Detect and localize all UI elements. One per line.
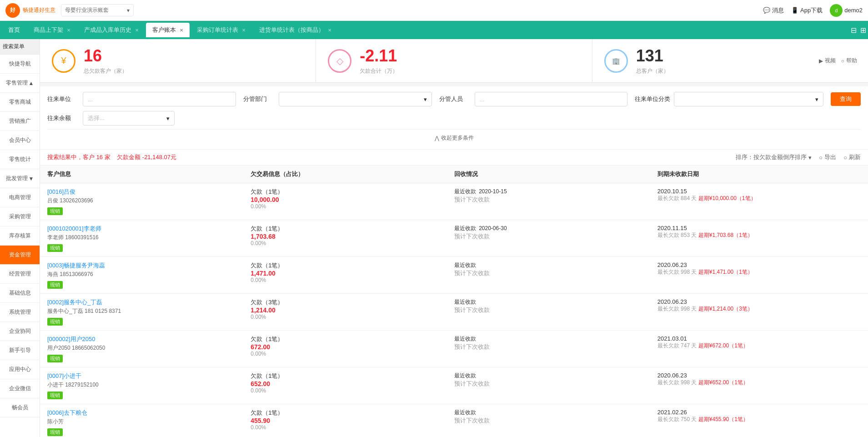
- customer-phone: 李老师 18600391516: [47, 234, 251, 241]
- minimize-button[interactable]: ⊟: [851, 26, 857, 35]
- customer-name-link[interactable]: [0016]吕俊: [47, 188, 75, 195]
- sidebar-item-quick-nav[interactable]: 快捷导航: [0, 55, 40, 74]
- overdue-detail-link[interactable]: 超期¥455.90（1笔）: [698, 416, 748, 422]
- help-button[interactable]: ○ 帮助: [841, 57, 857, 65]
- video-icon: ▶: [819, 58, 823, 64]
- tab-home-label: 首页: [8, 26, 20, 34]
- sidebar-item-capital-mgmt[interactable]: 资金管理: [0, 246, 40, 265]
- debt-total-label: 欠款合计（万）: [360, 67, 581, 75]
- customer-tag: 现销: [47, 281, 63, 289]
- debt-info-cell: 欠款（1笔） 652.00 0.00%: [251, 372, 454, 394]
- table-row: [0003]畅捷服务尹海蕊 海燕 18513066976 现销 欠款（1笔） 1…: [40, 257, 868, 294]
- search-button[interactable]: 查询: [831, 92, 861, 106]
- sidebar-item-retail-mgmt[interactable]: 零售管理 ▲: [0, 74, 40, 93]
- debt-customers-label: 总欠款客户（家）: [84, 67, 305, 75]
- close-tab-inbound-stats[interactable]: ✕: [328, 28, 331, 33]
- tab-purchase-order-stats[interactable]: 采购订单统计表 ✕: [191, 23, 252, 37]
- debt-customers-icon: ¥: [51, 48, 76, 74]
- customer-name-link[interactable]: [0007]小进干: [47, 372, 81, 379]
- close-tab-product-inbound-history[interactable]: ✕: [135, 28, 139, 33]
- user-menu[interactable]: d demo2: [830, 4, 863, 17]
- refresh-button[interactable]: ○ 刷新: [843, 153, 861, 161]
- customer-info-cell: [0016]吕俊 吕俊 13026203696 现销: [47, 188, 251, 215]
- sidebar-item-search-menu[interactable]: 搜索菜单: [0, 39, 40, 55]
- customer-name-link[interactable]: [000002]用户2050: [47, 336, 95, 342]
- total-customers-icon: 🏢: [603, 48, 629, 74]
- customer-info-cell: [0007]小进干 小进干 18279152100 现销: [47, 372, 251, 399]
- sidebar-item-member-vip[interactable]: 畅会员: [0, 398, 40, 417]
- tab-product-online-offline[interactable]: 商品上下架 ✕: [27, 23, 77, 37]
- person-input[interactable]: ...: [475, 92, 628, 106]
- sidebar-item-member-center[interactable]: 会员中心: [0, 131, 40, 150]
- debt-info-cell: 欠款（1笔） 455.90 0.00%: [251, 409, 454, 431]
- unit-type-select[interactable]: ▾: [674, 92, 823, 106]
- debt-total-icon: ◇: [327, 48, 352, 74]
- export-button[interactable]: ○ 导出: [819, 153, 836, 161]
- sidebar-item-enterprise-wechat[interactable]: 企业微信: [0, 379, 40, 398]
- stat-card-debt-total: ◇ -2.11 欠款合计（万）: [316, 39, 592, 82]
- sort-selector[interactable]: 排序：按欠款金额倒序排序 ▾: [736, 153, 812, 161]
- customer-tag: 现销: [47, 318, 63, 326]
- export-icon: ○: [819, 154, 823, 161]
- sidebar-item-ops-mgmt[interactable]: 经营管理: [0, 265, 40, 284]
- tab-product-inbound-history[interactable]: 产成品入库单历史 ✕: [78, 23, 145, 37]
- tab-customer-account[interactable]: 客户账本 ✕: [146, 23, 190, 37]
- overdue-detail-link[interactable]: 超期¥1,703.68（1笔）: [698, 232, 753, 238]
- tenant-selector[interactable]: 母婴行业演示账套 ▾: [61, 4, 134, 16]
- close-tab-customer-account[interactable]: ✕: [180, 28, 183, 33]
- sidebar-item-new-guide[interactable]: 新手引导: [0, 341, 40, 360]
- balance-select[interactable]: 选择... ▾: [83, 111, 175, 126]
- sidebar-item-batch-mgmt[interactable]: 批发管理 ▼: [0, 169, 40, 188]
- table-row: [0002]服务中心_丁磊 服务中心_丁磊 181 0125 8371 现销 欠…: [40, 294, 868, 331]
- close-tab-purchase-order-stats[interactable]: ✕: [242, 28, 246, 33]
- content-area: ¥ 16 总欠款客户（家） ◇ -2.11 欠款合计（万）: [40, 39, 868, 437]
- collapse-filter-button[interactable]: ⋀ 收起更多条件: [433, 132, 476, 144]
- sidebar-item-basic-info[interactable]: 基础信息: [0, 284, 40, 303]
- table-row: [0016]吕俊 吕俊 13026203696 现销 欠款（1笔） 10,000…: [40, 183, 868, 220]
- collection-cell: 最近收款 2020-10-15 预计下次收款: [454, 188, 657, 204]
- customer-phone: 吕俊 13026203696: [47, 197, 251, 205]
- stat-card-total-customers: 🏢 131 总客户（家） ▶ 视频 ○ 帮助: [592, 39, 868, 82]
- tab-inbound-stats[interactable]: 进货单统计表（按商品） ✕: [253, 23, 338, 37]
- customer-name-link[interactable]: [0002]服务中心_丁磊: [47, 299, 102, 306]
- video-help-button[interactable]: ▶ 视频: [819, 57, 836, 65]
- customer-name-link[interactable]: [0001020001]李老师: [47, 225, 101, 232]
- chevron-up-icon: ⋀: [435, 135, 439, 141]
- debt-info-cell: 欠款（1笔） 1,703.68 0.00%: [251, 225, 454, 246]
- help-buttons: ▶ 视频 ○ 帮助: [819, 57, 857, 65]
- maximize-button[interactable]: ⊞: [860, 26, 866, 35]
- customer-info-cell: [0001020001]李老师 李老师 18600391516 现销: [47, 225, 251, 252]
- overdue-detail-link[interactable]: 超期¥652.00（1笔）: [698, 379, 748, 386]
- customer-name-link[interactable]: [0006]去下粮仓: [47, 409, 87, 416]
- sidebar-item-purchase-mgmt[interactable]: 采购管理: [0, 207, 40, 226]
- sidebar-item-inventory-check[interactable]: 库存核算: [0, 226, 40, 246]
- customer-tag: 现销: [47, 355, 63, 362]
- logo-text: 畅捷通好生意: [23, 6, 55, 14]
- person-label: 分管人员: [439, 95, 471, 103]
- due-date-cell: 2020.06.23 最长欠款 998 天 超期¥652.00（1笔）: [657, 372, 861, 387]
- close-tab-product-online-offline[interactable]: ✕: [67, 28, 70, 33]
- message-icon: 💬: [763, 7, 770, 14]
- customer-name-link[interactable]: [0003]畅捷服务尹海蕊: [47, 262, 105, 269]
- sidebar-item-enterprise-collab[interactable]: 企业协同: [0, 322, 40, 341]
- from-unit-input[interactable]: ...: [83, 92, 236, 106]
- dept-select[interactable]: ▾: [279, 92, 432, 106]
- sidebar-item-system-mgmt[interactable]: 系统管理: [0, 303, 40, 322]
- overdue-detail-link[interactable]: 超期¥1,214.00（3笔）: [698, 306, 753, 312]
- table-row: [0007]小进干 小进干 18279152100 现销 欠款（1笔） 652.…: [40, 367, 868, 404]
- app-download-button[interactable]: 📱 App下载: [791, 6, 823, 15]
- sidebar-item-ecommerce-mgmt[interactable]: 电商管理: [0, 188, 40, 207]
- chevron-icon: ▼: [29, 176, 34, 182]
- sidebar-item-retail-stats[interactable]: 零售统计: [0, 150, 40, 169]
- message-button[interactable]: 💬 消息: [763, 6, 784, 15]
- chevron-icon: ▲: [29, 80, 34, 86]
- overdue-detail-link[interactable]: 超期¥672.00（1笔）: [698, 342, 748, 349]
- sidebar-item-retail-mall[interactable]: 零售商城: [0, 93, 40, 112]
- overdue-detail-link[interactable]: 超期¥10,000.00（1笔）: [698, 195, 756, 201]
- sidebar-item-marketing[interactable]: 营销推广: [0, 112, 40, 131]
- from-unit-label: 往来单位: [47, 95, 79, 103]
- due-date-cell: 2021.02.26 最长欠款 750 天 超期¥455.90（1笔）: [657, 409, 861, 423]
- tab-home[interactable]: 首页: [2, 23, 26, 37]
- sidebar-item-app-center[interactable]: 应用中心: [0, 360, 40, 379]
- overdue-detail-link[interactable]: 超期¥1,471.00（1笔）: [698, 269, 753, 275]
